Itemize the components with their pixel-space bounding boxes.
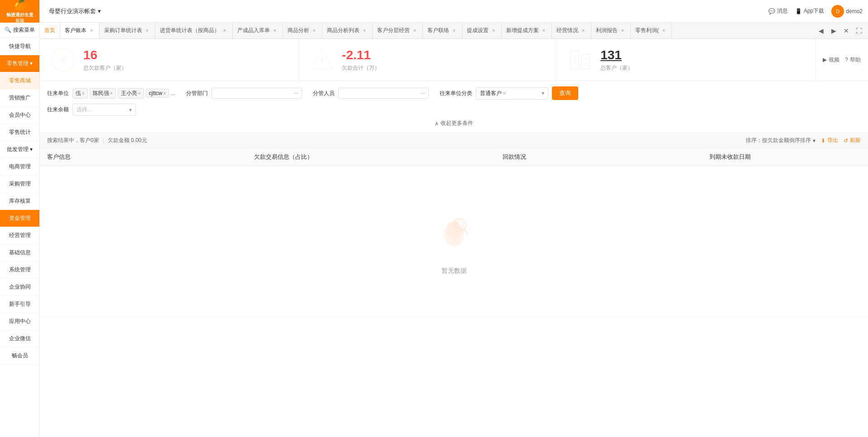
collapse-btn[interactable]: ∧ 收起更多条件 [435, 119, 473, 127]
tag-wu-close[interactable]: × [82, 91, 85, 96]
tab-close-customer-segment[interactable]: × [412, 28, 418, 34]
category-dropdown-icon: ▾ [542, 90, 544, 96]
results-divider: | [103, 138, 104, 144]
sidebar-item-member-plus[interactable]: 畅会员 [0, 347, 39, 365]
debt-amount-icon: ✦ [309, 47, 335, 72]
tab-promo-settings[interactable]: 提成设置 × [462, 23, 502, 39]
category-tag-close[interactable]: × [503, 91, 505, 96]
retail-profit-label: 零售利润( [635, 27, 659, 34]
user-menu[interactable]: D demo2 [831, 5, 863, 18]
export-btn[interactable]: ⬇ 导出 [821, 137, 838, 144]
sidebar-item-inventory-check[interactable]: 库存核算 [0, 193, 39, 210]
tab-close-customer-accounts[interactable]: × [88, 28, 95, 34]
person-more-dots: ··· [420, 90, 425, 96]
svg-text:✦: ✦ [319, 56, 326, 65]
sidebar-item-ops-mgmt[interactable]: 经营管理 [0, 227, 39, 244]
app-download-btn[interactable]: 📱 App下载 [795, 7, 824, 15]
messages-btn[interactable]: 💬 消息 [768, 7, 788, 15]
tab-close-retail-profit[interactable]: × [661, 28, 667, 34]
tab-close-new-promo-plan[interactable]: × [541, 28, 547, 34]
sidebar-item-system-mgmt[interactable]: 系统管理 [0, 261, 39, 279]
tab-maximize-btn[interactable]: ⛶ [854, 25, 864, 36]
unit-filter-tags: 伍 × 陈民强 × 王小亮 × cjttcw × [72, 88, 175, 99]
sidebar-item-wholesale-mgmt[interactable]: 批发管理 ▾ [0, 141, 39, 158]
refresh-btn[interactable]: ↺ 刷新 [844, 137, 861, 144]
tab-close-business-status[interactable]: × [580, 28, 586, 34]
tab-next-btn[interactable]: ▶ [828, 25, 839, 36]
sidebar-item-purchase-mgmt[interactable]: 采购管理 [0, 176, 39, 193]
tab-prev-btn[interactable]: ◀ [815, 25, 826, 36]
sidebar-search[interactable]: 🔍 搜索菜单 [0, 23, 39, 38]
sidebar-item-enterprise-collab[interactable]: 企业协同 [0, 279, 39, 296]
dept-filter-select[interactable]: ··· [211, 88, 302, 99]
tab-close-product-analysis-list[interactable]: × [361, 28, 368, 34]
tab-close-customer-contact[interactable]: × [451, 28, 457, 34]
query-btn-label: 查询 [559, 90, 571, 96]
sidebar-item-new-guide[interactable]: 新手引导 [0, 296, 39, 313]
person-filter-select[interactable]: ··· [338, 88, 429, 99]
dept-more-dots: ··· [293, 90, 298, 96]
tab-close-product-inbound[interactable]: × [272, 28, 278, 34]
tab-product-analysis-list[interactable]: 商品分析列表 × [322, 23, 373, 39]
sidebar-item-basic-info[interactable]: 基础信息 [0, 244, 39, 261]
sidebar-item-marketing[interactable]: 营销推广 [0, 90, 39, 107]
tab-customer-contact[interactable]: 客户联络 × [423, 23, 462, 39]
tag-wang-close[interactable]: × [138, 91, 141, 96]
account-selector[interactable]: 母婴行业演示帐套 ▾ [45, 5, 105, 17]
member-center-label: 会员中心 [9, 112, 31, 118]
tag-cjttcw-close[interactable]: × [163, 91, 166, 96]
sidebar-item-enterprise-wechat[interactable]: 企业微信 [0, 330, 39, 347]
tab-product-inbound[interactable]: 产成品入库单 × [233, 23, 283, 39]
category-filter-select[interactable]: 普通客户 × ▾ [476, 87, 548, 100]
sidebar-item-quick-nav[interactable]: 快捷导航 [0, 38, 39, 55]
refresh-label: 刷新 [850, 137, 861, 144]
debt-amount-info: -2.11 欠款合计（万） [342, 48, 380, 72]
tag-cjttcw-label: cjttcw [149, 90, 163, 96]
tab-home[interactable]: 首页 [40, 23, 60, 39]
col-repayment: 回款情况 [495, 148, 702, 166]
debt-customers-icon: ¥ [51, 47, 76, 72]
account-dropdown-icon: ▾ [98, 8, 101, 14]
tab-customer-segment[interactable]: 客户分层经营 × [373, 23, 423, 39]
sidebar-item-retail-stats[interactable]: 零售统计 [0, 124, 39, 141]
sort-select[interactable]: 排序：按欠款金额倒序排序 ▾ [746, 137, 815, 144]
tab-customer-accounts[interactable]: 客户账本 × [60, 23, 100, 39]
query-button[interactable]: 查询 [552, 86, 578, 100]
sidebar-item-retail-mgmt[interactable]: 零售管理 ▾ [0, 55, 39, 72]
col-customer-info: 客户信息 [40, 148, 247, 166]
tab-profit-report[interactable]: 利润报告 × [591, 23, 631, 39]
tab-close-profit-report[interactable]: × [619, 28, 626, 34]
debt-summary: 欠款金额 0.00元 [108, 137, 147, 144]
basic-info-label: 基础信息 [9, 249, 31, 256]
tab-retail-profit[interactable]: 零售利润( × [631, 23, 672, 39]
sidebar-item-retail-mall[interactable]: 零售商城 [0, 72, 39, 90]
tag-chen-label: 陈民强 [93, 90, 109, 97]
tab-close-promo-settings[interactable]: × [490, 28, 497, 34]
tab-close-purchase-order-stats[interactable]: × [144, 28, 150, 34]
sidebar-item-member-center[interactable]: 会员中心 [0, 107, 39, 124]
tab-new-promo-plan[interactable]: 新增提成方案 × [502, 23, 552, 39]
tab-close-all-btn[interactable]: ✕ [841, 25, 852, 36]
video-btn[interactable]: ▶ 视频 [823, 56, 839, 64]
help-btn[interactable]: ? 帮助 [845, 56, 861, 64]
balance-filter-select[interactable]: 选择... ▾ [72, 104, 136, 116]
help-label: 帮助 [850, 56, 861, 64]
tab-close-product-analysis[interactable]: × [311, 28, 317, 34]
tab-purchase-order-stats[interactable]: 采购订单统计表 × [100, 23, 155, 39]
main-wrapper: 母婴行业演示帐套 ▾ 💬 消息 📱 App下载 D demo2 首页 [40, 0, 868, 437]
tab-business-status[interactable]: 经营情况 × [552, 23, 591, 39]
tab-inbound-stats[interactable]: 进货单统计表（按商品） × [155, 23, 233, 39]
sidebar-item-finance-mgmt[interactable]: 资金管理 [0, 210, 39, 227]
export-label: 导出 [827, 137, 838, 144]
sort-label: 排序：按欠款金额倒序排序 [746, 137, 811, 144]
sidebar-item-ecommerce-mgmt[interactable]: 电商管理 [0, 158, 39, 176]
tab-product-analysis[interactable]: 商品分析 × [283, 23, 322, 39]
person-filter-label: 分管人员 [313, 90, 335, 97]
sidebar-item-app-center[interactable]: 应用中心 [0, 313, 39, 330]
tab-close-inbound-stats[interactable]: × [221, 28, 228, 34]
retail-mgmt-label: 零售管理 [7, 60, 29, 66]
balance-filter-label: 往来余额 [47, 106, 69, 114]
search-icon: 🔍 [5, 27, 11, 33]
tag-chen-close[interactable]: × [110, 91, 113, 96]
unit-tags-more[interactable]: ... [171, 90, 175, 96]
